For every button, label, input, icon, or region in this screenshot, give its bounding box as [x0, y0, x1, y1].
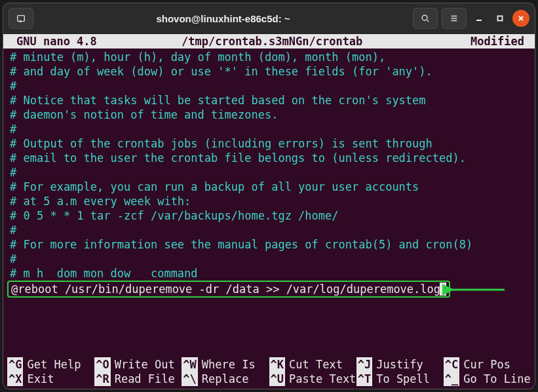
- editor-line: # email to the user the crontab file bel…: [3, 151, 535, 165]
- editor-line: # daemon's notion of time and timezones.: [3, 108, 535, 122]
- editor-line: # and day of week (dow) or use '*' in th…: [3, 64, 535, 79]
- new-tab-button[interactable]: [9, 8, 33, 29]
- editor-line: # Notice that tasks will be started base…: [3, 93, 535, 108]
- shortcut[interactable]: ^UPaste Text: [269, 372, 356, 386]
- shortcut[interactable]: ^XExit: [7, 372, 94, 386]
- editor-line: #: [3, 252, 535, 266]
- terminal-area[interactable]: GNU nano 4.8 /tmp/crontab.s3mNGn/crontab…: [3, 34, 535, 389]
- highlighted-command: @reboot /usr/bin/duperemove -dr /data >>…: [11, 283, 440, 296]
- shortcut[interactable]: ^GGet Help: [7, 357, 94, 372]
- editor-line: # For more information see the manual pa…: [3, 237, 535, 252]
- editor-content: # minute (m), hour (h), day of month (do…: [3, 49, 535, 298]
- minimize-button[interactable]: [471, 10, 488, 27]
- terminal-window: shovon@linuxhint-e86c5d: ~ GNU nano 4.8 …: [3, 3, 535, 389]
- search-button[interactable]: [413, 8, 438, 29]
- editor-line: # Output of the crontab jobs (including …: [3, 136, 535, 151]
- editor-line: #: [3, 79, 535, 93]
- shortcut[interactable]: ^OWrite Out: [94, 357, 182, 372]
- nano-status: Modified: [471, 34, 533, 49]
- titlebar: shovon@linuxhint-e86c5d: ~: [3, 3, 535, 34]
- editor-line: # m h dom mon dow command: [3, 266, 535, 281]
- maximize-button[interactable]: [491, 10, 509, 27]
- nano-file-path: /tmp/crontab.s3mNGn/crontab: [182, 34, 471, 49]
- highlight-box: @reboot /usr/bin/duperemove -dr /data >>…: [7, 281, 450, 298]
- shortcut[interactable]: ^JJustify: [356, 357, 444, 372]
- annotation-arrow-icon: [442, 283, 508, 296]
- nano-shortcuts: ^GGet Help ^OWrite Out ^WWhere Is ^KCut …: [3, 357, 535, 389]
- svg-rect-0: [18, 16, 25, 22]
- shortcut[interactable]: ^\Replace: [182, 372, 269, 386]
- nano-header: GNU nano 4.8 /tmp/crontab.s3mNGn/crontab…: [3, 34, 535, 49]
- highlighted-line-wrapper: @reboot /usr/bin/duperemove -dr /data >>…: [3, 281, 535, 298]
- nano-app-name: GNU nano 4.8: [5, 34, 182, 49]
- editor-line: # For example, you can run a backup of a…: [3, 180, 535, 194]
- shortcut[interactable]: ^WWhere Is: [182, 357, 269, 372]
- shortcut[interactable]: ^_Go To Line: [444, 372, 531, 386]
- editor-line: #: [3, 165, 535, 180]
- shortcut[interactable]: ^KCut Text: [269, 357, 356, 372]
- editor-line: # at 5 a.m every week with:: [3, 194, 535, 208]
- shortcut[interactable]: ^CCur Pos: [444, 357, 531, 372]
- editor-line: # 0 5 * * 1 tar -zcf /var/backups/home.t…: [3, 208, 535, 223]
- window-title: shovon@linuxhint-e86c5d: ~: [37, 13, 409, 24]
- svg-rect-2: [498, 16, 503, 21]
- editor-line: #: [3, 122, 535, 136]
- close-button[interactable]: [512, 10, 529, 27]
- editor-line: # minute (m), hour (h), day of month (do…: [3, 50, 535, 64]
- editor-line: #: [3, 223, 535, 237]
- shortcut[interactable]: ^RRead File: [94, 372, 182, 386]
- shortcut-row: ^XExit ^RRead File ^\Replace ^UPaste Tex…: [7, 372, 531, 386]
- shortcut-row: ^GGet Help ^OWrite Out ^WWhere Is ^KCut …: [7, 357, 531, 372]
- menu-button[interactable]: [442, 8, 467, 29]
- shortcut[interactable]: ^TTo Spell: [356, 372, 444, 386]
- svg-point-1: [422, 15, 427, 20]
